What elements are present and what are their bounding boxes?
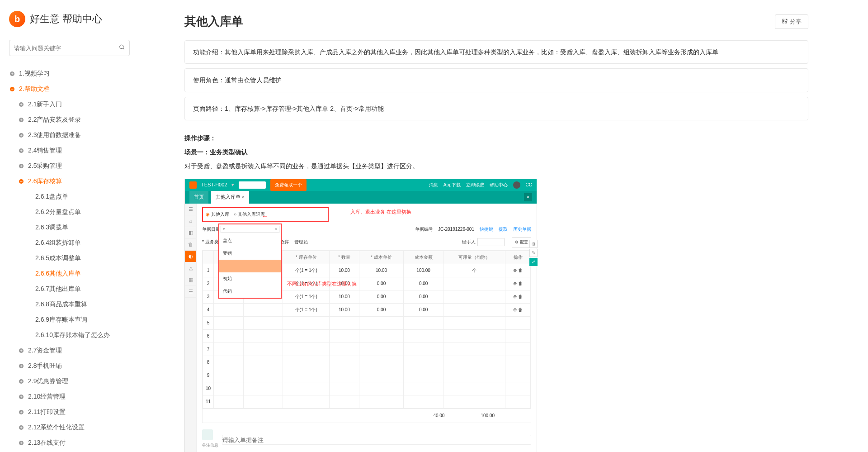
plus-icon bbox=[18, 363, 24, 369]
shot-side-icon: ☰ bbox=[185, 286, 196, 298]
info-intro-text: 其他入库单用来处理除采购入库、产成品入库之外的其他入库业务，因此其他入库单可处理… bbox=[225, 48, 718, 56]
logo-text: 好生意 帮助中心 bbox=[30, 12, 102, 26]
shot-tab-home: 首页 bbox=[189, 189, 208, 205]
shot-summary: 40.00 100.00 bbox=[203, 409, 531, 423]
info-path-text: 1、库存核算->库存管理->其他入库单 2、首页->常用功能 bbox=[225, 105, 384, 112]
nav-2-11[interactable]: 2.11打印设置 bbox=[9, 404, 130, 420]
shot-hr-msg: 消息 bbox=[429, 180, 438, 190]
shot-radio-in: ◉其他入库 bbox=[206, 209, 229, 219]
shot-side-icon: ⌂ bbox=[185, 215, 196, 227]
table-row: 10 bbox=[203, 382, 531, 395]
plus-icon bbox=[18, 117, 24, 123]
nav-2-13[interactable]: 2.13在线支付 bbox=[9, 435, 130, 451]
plus-icon bbox=[18, 394, 24, 400]
plus-icon bbox=[18, 347, 24, 354]
nav-2-3[interactable]: 2.3使用前数据准备 bbox=[9, 128, 130, 143]
content-body: 操作步骤： 场景一：业务类型确认 对于受赠、盘盈或是拆装入库等不同的业务，是通过… bbox=[184, 131, 808, 452]
nav-2-5[interactable]: 2.5采购管理 bbox=[9, 158, 130, 174]
nav-2-6[interactable]: 2.6库存核算 bbox=[9, 174, 130, 189]
shot-annotation-1: 入库、退出业务 在这里切换 bbox=[350, 206, 411, 217]
nav-2-6-3[interactable]: 2.6.3调拨单 bbox=[9, 220, 130, 235]
shot-tabs: 首页 其他入库单 × × bbox=[185, 191, 537, 204]
shot-hr-renew: 立即续费 bbox=[466, 180, 484, 190]
info-intro: 功能介绍：其他入库单用来处理除采购入库、产成品入库之外的其他入库业务，因此其他入… bbox=[184, 40, 808, 64]
info-role: 使用角色：通常由仓管人员维护 bbox=[184, 68, 808, 92]
shot-side-icon: 🗑 bbox=[185, 239, 196, 251]
info-role-label: 使用角色： bbox=[193, 76, 225, 84]
screenshot-mockup: TEST-H002 ▾ 免费领取一个 消息 App下载 立即续费 帮助中心 CC… bbox=[184, 179, 537, 452]
nav-2-7[interactable]: 2.7资金管理 bbox=[9, 343, 130, 358]
shot-side-icon-active: ◐ bbox=[185, 251, 196, 262]
shot-radio-out: ○其他入库退库 bbox=[234, 209, 265, 219]
shot-close-icon: × bbox=[524, 193, 532, 201]
plus-icon bbox=[18, 101, 24, 108]
table-row: 4个(1 = 1个)10.000.000.00⊕ 🗑 bbox=[203, 304, 531, 317]
share-button[interactable]: 分享 bbox=[775, 14, 808, 29]
nav-2-6-7[interactable]: 2.6.7其他出库单 bbox=[9, 281, 130, 297]
nav-2-6-9[interactable]: 2.6.9库存账本查询 bbox=[9, 312, 130, 328]
nav-2-10[interactable]: 2.10经营管理 bbox=[9, 389, 130, 404]
shot-hr-help: 帮助中心 bbox=[490, 180, 508, 190]
svg-point-0 bbox=[120, 45, 123, 48]
plus-icon bbox=[18, 424, 24, 431]
scene1-title: 场景一：业务类型确认 bbox=[184, 148, 248, 156]
shot-logo-icon bbox=[189, 181, 197, 189]
nav-2-12[interactable]: 2.12系统个性化设置 bbox=[9, 420, 130, 435]
shot-header: TEST-H002 ▾ 免费领取一个 消息 App下载 立即续费 帮助中心 CC bbox=[185, 179, 537, 191]
nav-2-9[interactable]: 2.9优惠券管理 bbox=[9, 374, 130, 389]
svg-line-1 bbox=[123, 48, 124, 49]
shot-search bbox=[239, 181, 266, 189]
logo-icon: b bbox=[9, 11, 25, 27]
search-wrap bbox=[9, 40, 130, 56]
nav-2-6-6[interactable]: 2.6.6其他入库单 bbox=[9, 266, 130, 281]
shot-remark-input bbox=[222, 435, 531, 445]
search-input[interactable] bbox=[9, 40, 130, 56]
main-content: 其他入库单 分享 功能介绍：其他入库单用来处理除采购入库、产成品入库之外的其他入… bbox=[139, 0, 826, 452]
plus-icon bbox=[18, 132, 24, 138]
share-icon bbox=[782, 18, 788, 25]
table-row: 7 bbox=[203, 343, 531, 356]
shot-side-icon: ▦ bbox=[185, 274, 196, 286]
info-path: 页面路径：1、库存核算->库存管理->其他入库单 2、首页->常用功能 bbox=[184, 97, 808, 120]
page-title: 其他入库单 bbox=[184, 14, 243, 29]
shot-annotation-2: ↙ 不同业务的入库类型在这里切换 bbox=[287, 278, 357, 289]
shot-dd-item-active bbox=[219, 260, 281, 272]
nav-2-6-1[interactable]: 2.6.1盘点单 bbox=[9, 189, 130, 205]
nav-helpdoc[interactable]: 2.帮助文档 bbox=[9, 81, 130, 97]
nav-2-6-10[interactable]: 2.6.10库存账本错了怎么办 bbox=[9, 328, 130, 343]
logo: b 好生意 帮助中心 bbox=[9, 11, 130, 27]
shot-dd-item: 盘点 bbox=[219, 234, 281, 247]
shot-hr-user: CC bbox=[526, 180, 532, 190]
shot-content: ◉其他入库 ○其他入库退库 ← 入库、退出业务 在这里切换 单据日期 单据编号 … bbox=[197, 204, 537, 452]
nav-2-2[interactable]: 2.2产品安装及登录 bbox=[9, 112, 130, 128]
share-label: 分享 bbox=[790, 18, 802, 26]
shot-remark: 备注信息 bbox=[202, 429, 531, 450]
nav-video[interactable]: 1.视频学习 bbox=[9, 66, 130, 81]
nav-tree: 1.视频学习 2.帮助文档 2.1新手入门 2.2产品安装及登录 2.3使用前数… bbox=[9, 66, 130, 452]
nav-2-6-5[interactable]: 2.6.5成本调整单 bbox=[9, 251, 130, 266]
table-row: 11 bbox=[203, 395, 531, 409]
plus-icon bbox=[18, 409, 24, 415]
shot-org: TEST-H002 bbox=[201, 179, 227, 190]
table-row: 5 bbox=[203, 317, 531, 330]
nav-2-8[interactable]: 2.8手机旺铺 bbox=[9, 358, 130, 374]
search-icon[interactable] bbox=[119, 44, 125, 52]
shot-right-tools: ◑ ✎ ⤢ bbox=[529, 240, 538, 266]
shot-tool-extract: 提取 bbox=[499, 224, 508, 234]
plus-icon bbox=[18, 163, 24, 169]
nav-2-4[interactable]: 2.4销售管理 bbox=[9, 143, 130, 158]
shot-header-right: 消息 App下载 立即续费 帮助中心 CC bbox=[429, 180, 532, 190]
shot-dd-item: 代销 bbox=[219, 285, 281, 298]
nav-2-6-8[interactable]: 2.6.8商品成本重算 bbox=[9, 297, 130, 312]
nav-2-1[interactable]: 2.1新手入门 bbox=[9, 97, 130, 112]
shot-sidebar: ☰ ⌂ ◧ 🗑 ◐ △ ▦ ☰ bbox=[185, 204, 197, 452]
shot-rt-icon: ✎ bbox=[529, 249, 538, 257]
plus-icon bbox=[18, 440, 24, 446]
plus-icon bbox=[18, 378, 24, 385]
info-intro-label: 功能介绍： bbox=[193, 48, 225, 56]
nav-2-6-4[interactable]: 2.6.4组装拆卸单 bbox=[9, 235, 130, 251]
minus-icon bbox=[9, 86, 15, 92]
nav-2-6-2[interactable]: 2.6.2分量盘点单 bbox=[9, 205, 130, 220]
shot-tab-current: 其他入库单 × bbox=[211, 189, 249, 205]
minus-icon bbox=[18, 178, 24, 185]
